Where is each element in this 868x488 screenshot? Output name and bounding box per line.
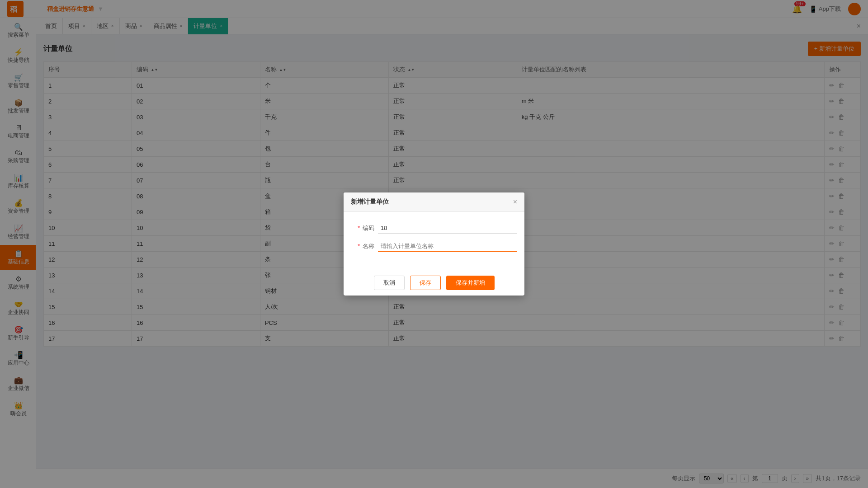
save-btn[interactable]: 保存 xyxy=(410,276,441,290)
code-input[interactable] xyxy=(378,223,517,234)
add-measure-unit-modal: 新增计量单位 × * 编码 * 名称 取消 保存 保存并新增 xyxy=(344,192,524,296)
modal-footer: 取消 保存 保存并新增 xyxy=(344,270,524,296)
form-label-code: * 编码 xyxy=(351,224,378,232)
modal-overlay: 新增计量单位 × * 编码 * 名称 取消 保存 保存并新增 xyxy=(0,0,868,488)
save-new-btn[interactable]: 保存并新增 xyxy=(446,276,495,290)
name-input[interactable] xyxy=(378,241,517,252)
modal-title: 新增计量单位 xyxy=(351,198,389,206)
modal-close-btn[interactable]: × xyxy=(513,198,517,206)
form-row-name: * 名称 xyxy=(351,241,517,252)
form-row-code: * 编码 xyxy=(351,223,517,234)
modal-header: 新增计量单位 × xyxy=(344,192,524,212)
cancel-btn[interactable]: 取消 xyxy=(374,276,405,290)
modal-body: * 编码 * 名称 xyxy=(344,212,524,270)
form-label-name: * 名称 xyxy=(351,242,378,250)
